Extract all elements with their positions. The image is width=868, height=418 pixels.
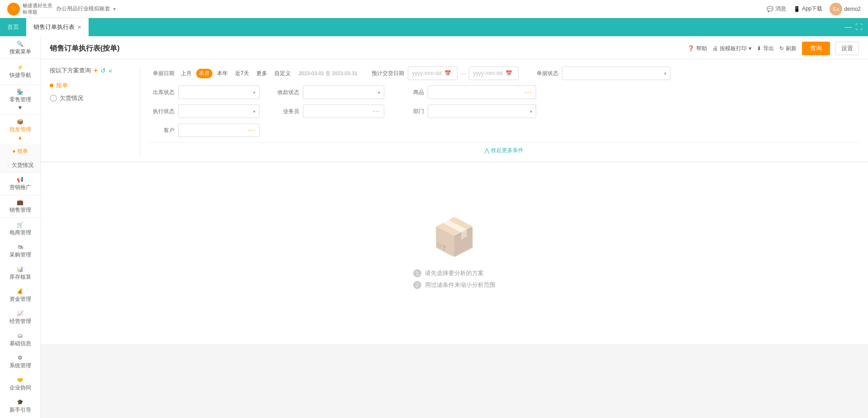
refresh-button[interactable]: ↻ 刷新 [779, 45, 797, 52]
help-button[interactable]: ❓ 帮助 [688, 45, 707, 52]
payment-status-chevron-icon: ▾ [378, 90, 380, 95]
date-tab-more[interactable]: 更多 [254, 69, 270, 78]
refresh-scheme-icon[interactable]: ↺ [100, 67, 106, 74]
sidebar-item-system[interactable]: ⚙ 系统管理 [0, 351, 40, 373]
message-button[interactable]: 💬 消息 [767, 5, 786, 13]
sidebar-item-marketing[interactable]: 📢 营销推广 [0, 173, 40, 195]
filter-row-1: 单据日期 上月 本月 本年 近7天 更多 自定义 2023-03-01 至 20… [149, 66, 859, 80]
add-scheme-button[interactable]: + [94, 66, 98, 75]
exec-status-chevron-icon: ▾ [253, 109, 255, 114]
step-2-num: 2 [413, 281, 421, 289]
logo-text: 畅捷通好生意 标准版 [23, 3, 52, 14]
date-tabs: 上月 本月 本年 近7天 更多 自定义 [178, 69, 293, 78]
message-icon: 💬 [767, 6, 774, 12]
delivery-status-select[interactable]: ▾ [178, 86, 259, 99]
sidebar-item-operations[interactable]: 📈 经营管理 [0, 307, 40, 329]
sidebar-item-basic[interactable]: 🗂 基础信息 [0, 329, 40, 351]
expected-date-end-input[interactable]: yyyy-mm-dd 📅 [469, 66, 519, 80]
export-icon: ⬇ [757, 45, 761, 52]
sidebar-sub-item-debt[interactable]: ○ 欠货情况 [0, 158, 40, 172]
calendar-end-icon: 📅 [505, 70, 512, 76]
order-status-chevron-icon: ▾ [664, 71, 666, 76]
sidebar-item-sales[interactable]: 💼 销售管理 [0, 195, 40, 218]
tab-close-icon[interactable]: ✕ [77, 24, 81, 30]
collapse-up-icon: ⋀ [485, 147, 489, 154]
sidebar-item-inventory[interactable]: 📊 库存核算 [0, 262, 40, 285]
customer-input[interactable]: ··· [178, 124, 259, 137]
filter-scheme-panel: 按以下方案查询 + ↺ « 按单 欠货情况 [50, 66, 140, 158]
order-status-select[interactable]: ▾ [562, 66, 670, 80]
tab-minimize-icon[interactable]: — [844, 23, 852, 31]
scheme-option-debt[interactable]: 欠货情况 [50, 92, 132, 104]
customer-dots-icon[interactable]: ··· [248, 126, 255, 134]
sidebar-group-marketing: 📢 营销推广 [0, 173, 40, 195]
exec-status-select[interactable]: ▾ [178, 104, 259, 118]
settings-button[interactable]: 设置 [835, 42, 859, 55]
sidebar-search[interactable]: 🔍 搜索菜单 [0, 36, 40, 59]
sidebar-sub-item-order-exec[interactable]: ● 按单 [0, 144, 40, 158]
date-tab-current-month[interactable]: 本月 [196, 69, 212, 78]
goods-dots-icon[interactable]: ··· [525, 88, 532, 96]
tab-maximize-icon[interactable]: ⛶ [855, 23, 863, 31]
collapse-scheme-icon[interactable]: « [108, 67, 112, 74]
filter-payment-status-field: 收款状态 ▾ [274, 86, 384, 99]
retail-icon: 🏪 [17, 89, 24, 95]
expected-date-range: yyyy-mm-dd 📅 — yyyy-mm-dd 📅 [408, 66, 519, 80]
department-chevron-icon: ▾ [530, 109, 532, 114]
filter-customer-field: 客户 ··· [149, 124, 259, 137]
tab-sales-order-exec[interactable]: 销售订单执行表 ✕ [26, 18, 89, 36]
date-range-display: 2023-03-01 至 2023-03-31 [299, 70, 358, 77]
expected-date-start-input[interactable]: yyyy-mm-dd 📅 [408, 66, 458, 80]
sidebar-item-retail[interactable]: 🏪 零售管理 ▼ [0, 85, 40, 114]
breadcrumb-dropdown-icon[interactable]: ▾ [113, 6, 116, 12]
content-area: 销售订单执行表(按单) ❓ 帮助 🖨 按模板打印 ▾ ⬇ 导出 ↻ 刷新 [41, 36, 868, 418]
sidebar-item-enterprise[interactable]: 🤝 企业协同 [0, 373, 40, 395]
date-tab-current-year[interactable]: 本年 [214, 69, 231, 78]
sidebar-item-purchase[interactable]: 🛍 采购管理 [0, 240, 40, 262]
app-download-button[interactable]: 📱 App下载 [793, 5, 822, 13]
step-1-num: 1 [413, 269, 421, 277]
filter-row-4: 客户 ··· [149, 124, 859, 137]
filter-row-3: 执行状态 ▾ 业务员 ··· 部门 [149, 104, 859, 118]
date-tab-last-month[interactable]: 上月 [178, 69, 194, 78]
empty-steps: 1 请先选择要分析的方案 2 用过滤条件来缩小分析范围 [413, 267, 495, 291]
filter-order-status-field: 单据状态 ▾ [533, 66, 670, 80]
query-button[interactable]: 查询 [802, 42, 830, 55]
print-button[interactable]: 🖨 按模板打印 ▾ [712, 45, 751, 52]
sidebar-item-quick-nav[interactable]: ⚡ 快捷导航 [0, 61, 40, 83]
goods-input[interactable]: ··· [428, 86, 536, 99]
sidebar-item-finance[interactable]: 💰 资金管理 [0, 285, 40, 307]
sidebar-group-retail: 🏪 零售管理 ▼ [0, 85, 40, 115]
payment-status-select[interactable]: ▾ [303, 86, 384, 99]
date-tab-last7[interactable]: 近7天 [232, 69, 252, 78]
refresh-icon: ↻ [779, 45, 784, 52]
tab-home[interactable]: 首页 [0, 18, 26, 36]
date-tab-custom[interactable]: 自定义 [272, 69, 293, 78]
page-actions: ❓ 帮助 🖨 按模板打印 ▾ ⬇ 导出 ↻ 刷新 查询 设置 [688, 42, 859, 55]
expected-date-label: 预计交货日期 [372, 70, 404, 77]
filter-department-field: 部门 ▾ [399, 104, 536, 118]
finance-icon: 💰 [17, 288, 24, 294]
delivery-status-label: 出库状态 [149, 89, 175, 96]
exec-status-label: 执行状态 [149, 108, 175, 115]
sidebar-item-guide[interactable]: 🎓 新手引导 [0, 395, 40, 418]
date-field-label: 单据日期 [149, 70, 175, 77]
wholesale-icon: 📦 [17, 119, 24, 125]
user-profile[interactable]: Ea demo2 [830, 3, 861, 15]
empty-state-icon: 📦 [432, 216, 477, 258]
enterprise-icon: 🤝 [17, 377, 24, 383]
export-button[interactable]: ⬇ 导出 [757, 45, 774, 52]
collapse-filter-button[interactable]: ⋀ 收起更多条件 [149, 142, 859, 158]
empty-step-2: 2 用过滤条件来缩小分析范围 [413, 279, 495, 291]
main-layout: 🔍 搜索菜单 ⚡ 快捷导航 🏪 零售管理 ▼ 📦 批发管理 ▲ [0, 36, 868, 418]
sidebar-item-ecommerce[interactable]: 🛒 电商管理 [0, 218, 40, 240]
ecommerce-icon: 🛒 [17, 222, 24, 228]
sidebar-item-wholesale[interactable]: 📦 批发管理 ▲ [0, 115, 40, 144]
scheme-option-order-exec[interactable]: 按单 [50, 79, 132, 92]
salesperson-dots-icon[interactable]: ··· [373, 107, 380, 115]
empty-state: 📦 1 请先选择要分析的方案 2 用过滤条件来缩小分析范围 [41, 163, 868, 344]
department-select[interactable]: ▾ [428, 104, 536, 118]
inventory-icon: 📊 [17, 266, 24, 272]
salesperson-input[interactable]: ··· [303, 104, 384, 118]
top-bar-left: 🧡 畅捷通好生意 标准版 办公用品行业模拟账套 ▾ [7, 3, 116, 15]
